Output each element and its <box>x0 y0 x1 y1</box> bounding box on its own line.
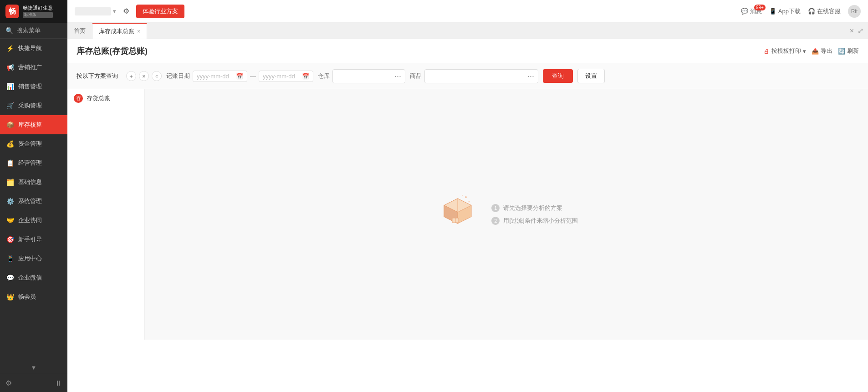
sidebar: 畅 畅捷通好生意 标准版 🔍 搜索菜单 ⚡ 快捷导航 📢 营销推广 📊 销售管理… <box>0 0 67 392</box>
calendar-start-icon: 📅 <box>236 73 243 80</box>
svg-point-4 <box>465 196 467 198</box>
date-field-group: 记账日期 yyyy-mm-dd 📅 — yyyy-mm-dd 📅 <box>166 71 313 82</box>
scheme-item-icon: 存 <box>74 94 83 103</box>
search-button[interactable]: 查询 <box>543 69 573 83</box>
topbar-settings-btn[interactable]: ⚙ <box>120 5 133 18</box>
content-area: 存 存货总账 <box>67 89 868 340</box>
add-scheme-btn[interactable]: + <box>126 71 136 81</box>
calendar-end-icon: 📅 <box>302 73 309 80</box>
footer-settings-icon[interactable]: ⚙ <box>5 379 12 387</box>
date-end-input[interactable]: yyyy-mm-dd 📅 <box>259 71 313 82</box>
inventory-icon: 📦 <box>5 120 15 129</box>
headset-icon: 🎧 <box>808 8 815 15</box>
search-section-label: 按以下方案查询 <box>77 72 118 80</box>
refresh-icon: 🔄 <box>838 48 845 55</box>
sidebar-item-marketing[interactable]: 📢 营销推广 <box>0 58 67 77</box>
tab-bar: 首页 库存成本总账 × × ⤢ <box>67 23 868 39</box>
product-field-group: 商品 ··· <box>410 69 538 83</box>
sidebar-item-quick-nav[interactable]: ⚡ 快捷导航 <box>0 39 67 58</box>
logo-icon: 畅 <box>5 5 19 18</box>
scheme-item-inventory[interactable]: 存 存货总账 <box>67 89 144 107</box>
sidebar-item-app-center[interactable]: 📱 应用中心 <box>0 249 67 268</box>
warehouse-field-group: 仓库 ··· <box>318 69 405 83</box>
enterprise-icon: 🤝 <box>5 216 15 225</box>
print-icon: 🖨 <box>764 48 770 55</box>
page-actions: 🖨 按模板打印 ▾ 📤 导出 🔄 刷新 <box>764 47 859 55</box>
date-label: 记账日期 <box>166 72 190 80</box>
search-menu[interactable]: 🔍 搜索菜单 <box>0 23 67 39</box>
user-avatar[interactable]: Rit <box>848 5 861 18</box>
empty-state: 1 请先选择要分析的方案 2 用[过滤]条件来缩小分析范围 <box>145 89 868 340</box>
search-icon: 🔍 <box>5 27 13 34</box>
top-bar: ▾ ⚙ 体验行业方案 💬 消息 99+ 📱 App下载 🎧 在线客服 Rit <box>67 0 868 23</box>
date-separator: — <box>250 73 256 80</box>
online-service-btn[interactable]: 🎧 在线客服 <box>808 7 841 15</box>
messages-btn[interactable]: 💬 消息 99+ <box>741 7 762 15</box>
close-panel-icon[interactable]: × <box>850 27 854 35</box>
empty-step-1: 1 请先选择要分析的方案 <box>491 204 577 212</box>
product-more-icon: ··· <box>527 71 534 81</box>
sidebar-item-operations[interactable]: 📋 经营管理 <box>0 153 67 173</box>
empty-icon <box>435 192 480 237</box>
empty-state-inner: 1 请先选择要分析的方案 2 用[过滤]条件来缩小分析范围 <box>435 192 577 237</box>
app-download-btn[interactable]: 📱 App下载 <box>769 7 801 15</box>
collapse-scheme-btn[interactable]: « <box>152 71 162 81</box>
operations-icon: 📋 <box>5 158 15 168</box>
export-btn[interactable]: 📤 导出 <box>812 47 832 55</box>
sidebar-item-purchase[interactable]: 🛒 采购管理 <box>0 96 67 115</box>
sales-icon: 📊 <box>5 82 15 91</box>
app-logo: 畅 畅捷通好生意 标准版 <box>0 0 67 23</box>
product-input[interactable]: ··· <box>424 69 538 83</box>
print-chevron-icon: ▾ <box>803 48 806 55</box>
scheme-sidebar: 存 存货总账 <box>67 89 145 340</box>
footer-collapse-icon[interactable]: ⏸ <box>55 379 62 387</box>
warehouse-input[interactable]: ··· <box>332 69 405 83</box>
product-label: 商品 <box>410 72 422 80</box>
scroll-down-btn[interactable]: ▼ <box>0 361 67 374</box>
finance-icon: 💰 <box>5 139 15 148</box>
tab-inventory-ledger[interactable]: 库存成本总账 × <box>92 23 147 39</box>
purchase-icon: 🛒 <box>5 101 15 110</box>
tab-right-actions: × ⤢ <box>850 26 868 35</box>
industry-btn[interactable]: 体验行业方案 <box>136 5 184 18</box>
export-icon: 📤 <box>812 48 819 55</box>
svg-point-6 <box>462 195 463 196</box>
sidebar-item-guide[interactable]: 🎯 新手引导 <box>0 230 67 249</box>
empty-text: 1 请先选择要分析的方案 2 用[过滤]条件来缩小分析范围 <box>491 204 577 225</box>
breadcrumb-text <box>75 7 111 15</box>
tab-close-icon[interactable]: × <box>137 28 140 35</box>
page-container: 库存总账(存货总账) 🖨 按模板打印 ▾ 📤 导出 🔄 刷新 按以下方案查 <box>67 39 868 392</box>
refresh-btn[interactable]: 🔄 刷新 <box>838 47 859 55</box>
tab-home[interactable]: 首页 <box>67 23 92 39</box>
settings-button[interactable]: 设置 <box>577 69 605 83</box>
print-btn[interactable]: 🖨 按模板打印 ▾ <box>764 47 806 55</box>
search-fields: 记账日期 yyyy-mm-dd 📅 — yyyy-mm-dd 📅 仓库 <box>166 69 538 83</box>
guide-icon: 🎯 <box>5 235 15 244</box>
sidebar-item-enterprise[interactable]: 🤝 企业协同 <box>0 211 67 230</box>
chevron-down-icon: ▾ <box>113 8 116 15</box>
sidebar-item-system[interactable]: ⚙️ 系统管理 <box>0 192 67 211</box>
sidebar-item-wechat[interactable]: 💬 企业微信 <box>0 268 67 287</box>
system-icon: ⚙️ <box>5 197 15 206</box>
basic-icon: 🗂️ <box>5 178 15 187</box>
resize-icon[interactable]: ⤢ <box>858 26 863 35</box>
main-content: ▾ ⚙ 体验行业方案 💬 消息 99+ 📱 App下载 🎧 在线客服 Rit <box>67 0 868 392</box>
sidebar-item-member[interactable]: 👑 畅会员 <box>0 287 67 306</box>
sidebar-nav: ⚡ 快捷导航 📢 营销推广 📊 销售管理 🛒 采购管理 📦 库存核算 💰 资金管… <box>0 39 67 361</box>
sidebar-item-basic[interactable]: 🗂️ 基础信息 <box>0 173 67 192</box>
quick-nav-icon: ⚡ <box>5 44 15 53</box>
sidebar-item-finance[interactable]: 💰 资金管理 <box>0 134 67 153</box>
search-actions: + × « <box>126 71 162 81</box>
page-title: 库存总账(存货总账) <box>77 46 148 56</box>
sidebar-item-sales[interactable]: 📊 销售管理 <box>0 77 67 96</box>
svg-point-5 <box>469 201 470 203</box>
date-start-input[interactable]: yyyy-mm-dd 📅 <box>193 71 247 82</box>
warehouse-label: 仓库 <box>318 72 330 80</box>
wechat-icon: 💬 <box>5 273 15 282</box>
app-center-icon: 📱 <box>5 254 15 263</box>
warehouse-more-icon: ··· <box>394 71 401 81</box>
sidebar-item-inventory[interactable]: 📦 库存核算 <box>0 115 67 134</box>
remove-scheme-btn[interactable]: × <box>139 71 149 81</box>
breadcrumb-selector[interactable]: ▾ <box>75 7 116 15</box>
search-bar: 按以下方案查询 + × « 记账日期 yyyy-mm-dd 📅 — yyyy-m… <box>67 63 868 89</box>
